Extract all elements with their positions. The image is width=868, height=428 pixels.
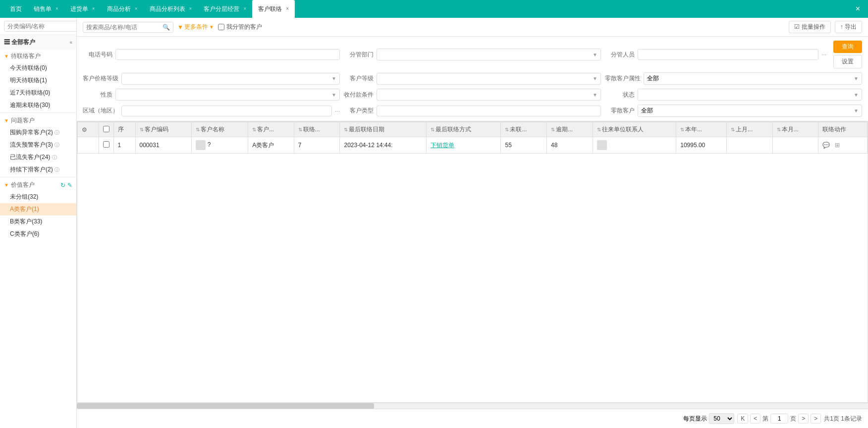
sidebar-item-churned[interactable]: 已流失客户(24) ⓘ — [0, 151, 76, 163]
customer-type-input[interactable] — [377, 106, 601, 116]
refresh-icon[interactable]: ↻ — [60, 182, 65, 189]
sidebar-item-7day-contact[interactable]: 近7天待联络(0) — [0, 87, 76, 99]
sidebar-item-declining[interactable]: 持续下滑客户(2) ⓘ — [0, 163, 76, 176]
more-icon[interactable]: ··· — [821, 51, 826, 58]
sidebar-item-unclassified[interactable]: 未分组(32) — [0, 191, 76, 203]
filter-status: 状态 ▼ — [605, 89, 862, 101]
nav-purchase-order[interactable]: 进货单 × — [64, 0, 101, 18]
col-last-contact-date[interactable]: ⇅最后联络日期 — [340, 122, 427, 137]
col-contact-count[interactable]: ⇅联络... — [294, 122, 340, 137]
person-input[interactable] — [638, 49, 818, 60]
search-input[interactable] — [86, 24, 161, 31]
col-checkbox — [99, 122, 113, 137]
col-last-contact-way[interactable]: ⇅最后联络方式 — [427, 122, 501, 137]
avatar — [597, 140, 607, 150]
row-contacts — [593, 137, 676, 154]
close-icon[interactable]: × — [92, 0, 95, 18]
row-overdue: 48 — [547, 137, 593, 154]
filter-dept: 分管部门 ▼ — [344, 41, 601, 68]
content-area: 🔍 ▼ 更多条件 ▼ 我分管的客户 ☑ 批量操作 ↑ 导出 — [77, 18, 868, 428]
more-icon[interactable]: ··· — [335, 107, 340, 114]
nav-customer-tier[interactable]: 客户分层经营 × — [198, 0, 252, 18]
payment-select[interactable]: ▼ — [377, 89, 601, 101]
sidebar-item-tomorrow-contact[interactable]: 明天待联络(1) — [0, 74, 76, 87]
col-this-month[interactable]: ⇅本月... — [772, 122, 818, 137]
query-button[interactable]: 查询 — [833, 41, 862, 53]
col-settings[interactable]: ⚙ — [78, 122, 99, 137]
search-icon[interactable]: 🔍 — [163, 24, 170, 31]
col-name[interactable]: ⇅客户名称 — [192, 122, 248, 137]
advanced-filter: 电话号码 分管部门 ▼ 分管人员 ··· 查询 设置 — [77, 37, 868, 121]
customer-level-select[interactable]: ▼ — [377, 73, 601, 85]
settings-button[interactable]: 设置 — [833, 55, 862, 68]
export-button[interactable]: ↑ 导出 — [835, 21, 862, 33]
nav-home[interactable]: 首页 — [4, 0, 28, 18]
nature-select[interactable]: ▼ — [115, 89, 340, 101]
nav-sales-order[interactable]: 销售单 × — [28, 0, 64, 18]
filter-price-level: 客户价格等级 ▼ — [83, 72, 340, 85]
dept-select[interactable]: ▼ — [377, 49, 601, 60]
nav-product-analysis-list[interactable]: 商品分析列表 × — [144, 0, 198, 18]
more-filters-button[interactable]: ▼ 更多条件 ▼ — [177, 23, 214, 31]
col-code[interactable]: ⇅客户编码 — [135, 122, 192, 137]
retail-customer-select[interactable]: 全部 ▼ — [638, 105, 862, 117]
sidebar-item-churn-warning[interactable]: 流失预警客户(3) ⓘ — [0, 139, 76, 151]
close-icon[interactable]: × — [286, 0, 289, 18]
price-level-select[interactable]: ▼ — [121, 73, 340, 85]
all-customers-header[interactable]: ☰ 全部客户 « — [0, 35, 76, 50]
nav-customer-contact[interactable]: 客户联络 × — [252, 0, 295, 18]
sidebar-item-c-class[interactable]: C类客户(6) — [0, 228, 76, 240]
next-page-button[interactable]: > — [798, 414, 809, 424]
sidebar-search-input[interactable] — [4, 21, 77, 32]
select-all-checkbox[interactable] — [103, 126, 109, 132]
data-table: ⚙ 序 ⇅客户编码 ⇅客户名称 ⇅客户... ⇅联络... ⇅最后联络日期 ⇅最… — [77, 122, 868, 154]
close-app-button[interactable]: × — [852, 4, 864, 13]
row-select-checkbox[interactable] — [103, 141, 109, 148]
chat-action-icon[interactable]: 💬 — [822, 142, 830, 149]
chevron-down-icon: ▼ — [854, 92, 859, 98]
edit-icon[interactable]: ✎ — [67, 182, 72, 189]
col-last-month[interactable]: ⇅上月... — [727, 122, 773, 137]
sidebar-item-today-contact[interactable]: 今天待联络(0) — [0, 62, 76, 74]
sidebar-group-problem: ▼ 问题客户 — [0, 114, 76, 126]
export-icon: ↑ — [840, 23, 843, 30]
page-number-input[interactable] — [770, 414, 788, 424]
row-last-contact-way: 下销货单 — [427, 137, 501, 154]
last-page-button[interactable]: > — [811, 414, 821, 424]
status-select[interactable]: ▼ — [638, 89, 862, 101]
sidebar-search-container: 🔍 — [0, 18, 76, 35]
col-no-contact[interactable]: ⇅未联... — [501, 122, 547, 137]
nav-product-analysis[interactable]: 商品分析 × — [101, 0, 144, 18]
close-icon[interactable]: × — [55, 0, 58, 18]
prev-page-button[interactable]: < — [750, 414, 760, 424]
close-icon[interactable]: × — [243, 0, 246, 18]
filter-person: 分管人员 ··· 查询 设置 — [605, 41, 862, 68]
table-row: 1 000031 ? A类客户 7 2023-04-12 14:44: 下销货单… — [78, 137, 868, 154]
grid-action-icon[interactable]: ⊞ — [835, 142, 840, 149]
retail-attr-select[interactable]: 全部 ▼ — [644, 72, 862, 85]
close-icon[interactable]: × — [189, 0, 192, 18]
col-year-amount[interactable]: ⇅本年... — [676, 122, 727, 137]
gear-icon[interactable]: ⚙ — [82, 126, 87, 133]
contact-way-link[interactable]: 下销货单 — [431, 142, 454, 149]
my-customers-check[interactable] — [218, 24, 224, 30]
region-input[interactable] — [121, 106, 332, 116]
col-contacts[interactable]: ⇅往来单位联系人 — [593, 122, 676, 137]
first-page-button[interactable]: K — [737, 414, 748, 424]
top-navigation: 首页 销售单 × 进货单 × 商品分析 × 商品分析列表 × 客户分层经营 × … — [0, 0, 868, 18]
close-icon[interactable]: × — [135, 0, 138, 18]
row-contact-count: 7 — [294, 137, 340, 154]
sidebar-item-hoard-abnormal[interactable]: 囤购异常客户(2) ⓘ — [0, 126, 76, 139]
filter-customer-level: 客户等级 ▼ — [344, 72, 601, 85]
col-customer-type[interactable]: ⇅客户... — [248, 122, 294, 137]
horizontal-scrollbar[interactable] — [77, 403, 868, 409]
filter-bar: 🔍 ▼ 更多条件 ▼ 我分管的客户 ☑ 批量操作 ↑ 导出 — [77, 18, 868, 37]
batch-ops-button[interactable]: ☑ 批量操作 — [789, 21, 830, 33]
sidebar-item-a-class[interactable]: A类客户(1) — [0, 203, 76, 215]
phone-input[interactable] — [115, 49, 340, 60]
my-customers-checkbox[interactable]: 我分管的客户 — [218, 23, 262, 31]
sidebar-item-b-class[interactable]: B类客户(33) — [0, 215, 76, 228]
col-overdue[interactable]: ⇅逾期... — [547, 122, 593, 137]
per-page-select[interactable]: 50 20 100 — [709, 413, 734, 424]
sidebar-item-overdue-contact[interactable]: 逾期未联络(30) — [0, 99, 76, 111]
